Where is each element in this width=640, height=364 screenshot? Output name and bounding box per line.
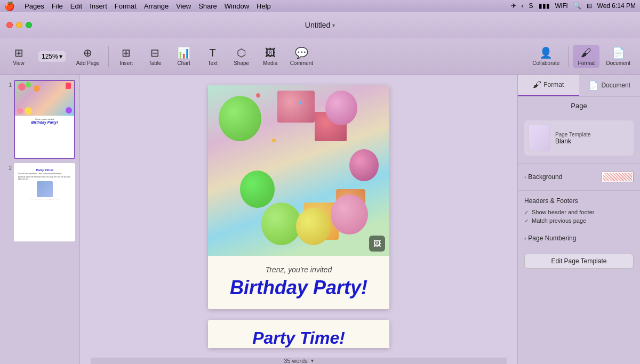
page-1-thumbnail[interactable]: Trenz, you're invited Birthday Party! bbox=[14, 80, 75, 159]
document-tab-label: Document bbox=[601, 82, 630, 89]
add-page-button[interactable]: ⊕ Add Page bbox=[72, 44, 104, 68]
add-page-label: Add Page bbox=[76, 60, 100, 66]
table-button[interactable]: ⊟ Table bbox=[142, 44, 169, 68]
thumb-2-footer: Party Event Memories — contact@yourparty… bbox=[17, 198, 73, 200]
clock: Wed 6:14 PM bbox=[597, 2, 636, 10]
shape-label: Shape bbox=[234, 60, 249, 66]
search-icon[interactable]: 🔍 bbox=[573, 2, 581, 10]
page-numbering-label: Page Numbering bbox=[528, 234, 576, 242]
view-label: View bbox=[13, 60, 25, 66]
edit-template-button[interactable]: Edit Page Template bbox=[524, 254, 634, 269]
view-icon: ⊞ bbox=[14, 46, 23, 59]
close-button[interactable] bbox=[6, 22, 13, 28]
menu-edit[interactable]: Edit bbox=[70, 2, 82, 10]
page-2-thumbnail[interactable]: Party Time! Date and Time information. T… bbox=[14, 163, 75, 242]
toolbar-divider-2 bbox=[568, 46, 569, 67]
minimize-button[interactable] bbox=[16, 22, 22, 28]
right-panel: 🖌 Format 📄 Document Page Page Template B… bbox=[517, 75, 640, 364]
tab-format[interactable]: 🖌 Format bbox=[518, 75, 579, 96]
text-button[interactable]: T Text bbox=[199, 45, 226, 68]
menu-help[interactable]: Help bbox=[257, 2, 271, 10]
thumb-2-title: Party Time! bbox=[17, 166, 73, 173]
background-header[interactable]: › Background bbox=[524, 171, 562, 183]
table-icon: ⊟ bbox=[150, 46, 159, 59]
insert-label: Insert bbox=[119, 60, 133, 66]
media-label: Media bbox=[263, 60, 277, 66]
thumb-2-body2: Additional details with information abou… bbox=[17, 176, 73, 180]
title-chevron-icon[interactable]: ▾ bbox=[332, 22, 335, 28]
shape-button[interactable]: ⬡ Shape bbox=[228, 44, 255, 68]
document-icon: 📄 bbox=[612, 46, 625, 59]
menu-pages[interactable]: Pages bbox=[25, 2, 44, 10]
page-numbering-header[interactable]: › Page Numbering bbox=[524, 232, 634, 244]
format-label: Format bbox=[578, 60, 595, 66]
wifi-icon: WiFi bbox=[555, 2, 568, 10]
menu-share[interactable]: Share bbox=[198, 2, 217, 10]
zoom-control[interactable]: 125% ▾ bbox=[34, 49, 70, 64]
birthday-title: Birthday Party! bbox=[217, 277, 381, 298]
thumb-2-small-img bbox=[37, 181, 53, 197]
toolbar-divider-1 bbox=[108, 46, 109, 67]
invite-text: Trenz, you're invited bbox=[217, 265, 381, 274]
match-previous-label: Match previous page bbox=[532, 217, 586, 224]
chart-icon: 📊 bbox=[177, 46, 190, 59]
battery-icon: ▮▮▮ bbox=[539, 2, 550, 10]
document-tab-icon: 📄 bbox=[588, 80, 599, 91]
thumb-2-image: Party Time! Date and Time information. T… bbox=[15, 164, 74, 241]
toolbar: ⊞ View 125% ▾ ⊕ Add Page ⊞ Insert ⊟ Tabl… bbox=[0, 38, 640, 75]
media-button[interactable]: 🖼 Media bbox=[257, 45, 284, 68]
menubar: 🍎 Pages File Edit Insert Format Arrange … bbox=[0, 0, 640, 12]
template-thumbnail bbox=[529, 125, 550, 151]
table-label: Table bbox=[149, 60, 162, 66]
page-1-photo: 🖼 bbox=[208, 85, 389, 256]
menu-insert[interactable]: Insert bbox=[90, 2, 107, 10]
insert-button[interactable]: ⊞ Insert bbox=[113, 44, 140, 68]
format-button[interactable]: 🖌 Format bbox=[573, 45, 599, 68]
comment-button[interactable]: 💬 Comment bbox=[286, 44, 317, 68]
apple-menu[interactable]: 🍎 bbox=[4, 1, 15, 11]
word-count-chevron-icon[interactable]: ▾ bbox=[311, 358, 314, 364]
word-count-bar: 35 words ▾ bbox=[91, 358, 507, 364]
skype-icon: S bbox=[529, 2, 533, 10]
page-2-container: 2 Party Time! Date and Time information.… bbox=[4, 163, 75, 242]
document-button[interactable]: 📄 Document bbox=[602, 44, 635, 68]
menu-format[interactable]: Format bbox=[115, 2, 137, 10]
page-2-document: Party Time! bbox=[208, 320, 389, 348]
menu-arrange[interactable]: Arrange bbox=[144, 2, 169, 10]
background-label: Background bbox=[528, 173, 562, 181]
app-window: Untitled ▾ ⊞ View 125% ▾ ⊕ Add Page ⊞ In… bbox=[0, 12, 640, 364]
match-previous-checkmark-icon: ✓ bbox=[524, 218, 529, 224]
menu-file[interactable]: File bbox=[52, 2, 63, 10]
chart-button[interactable]: 📊 Chart bbox=[171, 44, 197, 68]
view-button[interactable]: ⊞ View bbox=[5, 44, 32, 68]
show-header-footer-row[interactable]: ✓ Show header and footer bbox=[524, 208, 634, 216]
collaborate-button[interactable]: 👤 Collaborate bbox=[528, 44, 564, 68]
back-icon: ‹ bbox=[522, 2, 524, 10]
titlebar: Untitled ▾ bbox=[0, 12, 640, 38]
background-swatch[interactable] bbox=[602, 172, 634, 182]
page-1-container: 1 Trenz bbox=[4, 80, 75, 159]
tab-document[interactable]: 📄 Document bbox=[579, 75, 641, 96]
photo-media-icon[interactable]: 🖼 bbox=[369, 236, 385, 252]
background-chevron-icon: › bbox=[524, 174, 526, 180]
canvas-area[interactable]: 🖼 Trenz, you're invited Birthday Party! … bbox=[80, 75, 517, 364]
control-center-icon[interactable]: ⊟ bbox=[587, 2, 592, 10]
menu-view[interactable]: View bbox=[176, 2, 191, 10]
template-info: Page Template Blank bbox=[555, 132, 629, 145]
chart-label: Chart bbox=[177, 60, 190, 66]
page-numbering-chevron-icon: › bbox=[524, 236, 526, 241]
menubar-right: ✈ ‹ S ▮▮▮ WiFi 🔍 ⊟ Wed 6:14 PM bbox=[511, 2, 636, 10]
format-tab-icon: 🖌 bbox=[533, 80, 541, 90]
comment-icon: 💬 bbox=[295, 46, 308, 59]
thumb-1-text: Trenz, you're invited Birthday Party! bbox=[15, 116, 74, 125]
page-1-number: 1 bbox=[4, 80, 12, 88]
page-2-number: 2 bbox=[4, 163, 12, 171]
zoom-value[interactable]: 125% ▾ bbox=[38, 51, 66, 62]
add-page-icon: ⊕ bbox=[83, 46, 92, 59]
maximize-button[interactable] bbox=[26, 22, 32, 28]
traffic-lights bbox=[6, 22, 32, 28]
comment-label: Comment bbox=[290, 60, 313, 66]
match-previous-row[interactable]: ✓ Match previous page bbox=[524, 216, 634, 225]
menu-window[interactable]: Window bbox=[225, 2, 249, 10]
word-count-text: 35 words bbox=[284, 358, 308, 364]
